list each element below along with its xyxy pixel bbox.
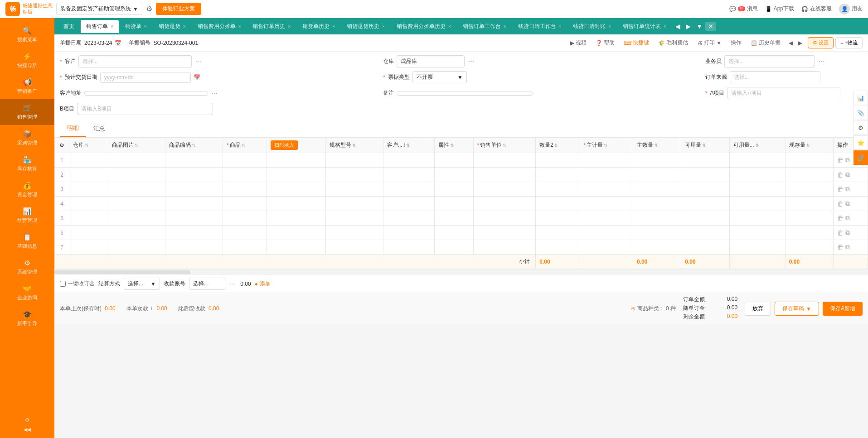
next-record-btn[interactable]: ▶ xyxy=(796,39,804,47)
cell-attributes[interactable] xyxy=(434,153,473,168)
b-project-input[interactable]: 请输入B项目 xyxy=(77,103,213,115)
delete-row-btn[interactable]: 🗑 xyxy=(837,186,844,193)
payment-method-select[interactable]: 选择... ▼ xyxy=(124,278,160,290)
tab-sales-stats[interactable]: 销售订单统计表 × xyxy=(617,20,672,33)
discard-btn[interactable]: 放弃 xyxy=(745,302,771,316)
tab-close-icon[interactable]: × xyxy=(382,24,385,29)
tab-close-icon[interactable]: × xyxy=(448,24,451,29)
delivery-input[interactable]: yyyy-mm-dd xyxy=(100,72,191,83)
rfp-settings-btn[interactable]: ⚙ xyxy=(853,120,868,135)
tab-close-icon[interactable]: × xyxy=(332,24,335,29)
date-value[interactable]: 2023-03-24 xyxy=(84,40,112,46)
delivery-cal-icon[interactable]: 📅 xyxy=(194,74,200,81)
system-selector[interactable]: 装备及固定资产辅助管理系统 ▼ xyxy=(56,3,142,15)
ticket-type-select[interactable]: 不开票 ▼ xyxy=(412,71,467,83)
tab-sales-order[interactable]: 销售订单 × xyxy=(81,20,119,33)
shortcut-btn[interactable]: ⌨ 快捷键 xyxy=(621,38,652,48)
tab-close-icon[interactable]: × xyxy=(144,24,147,29)
sort-icon[interactable]: ⇅ xyxy=(755,143,759,148)
collapse-sidebar-btn[interactable]: ◀◀ xyxy=(22,425,33,434)
tab-invoice-history[interactable]: 销货单历史 × xyxy=(297,20,340,33)
cell-qty2[interactable] xyxy=(536,153,580,168)
sidebar-item-finance[interactable]: 💰 资金管理 xyxy=(0,177,54,202)
salesman-more-btn[interactable]: ··· xyxy=(818,58,825,66)
tab-close-icon[interactable]: × xyxy=(664,24,666,29)
tab-menu-btn[interactable]: ▼ xyxy=(693,23,705,30)
tab-sales-return[interactable]: 销货退货 × xyxy=(153,20,191,33)
sort-icon[interactable]: ⇅ xyxy=(654,143,658,148)
settings-corner-btn[interactable]: ⚙ 设置 xyxy=(808,37,834,48)
tab-sales-fee[interactable]: 销售费用分摊单 × xyxy=(192,20,247,33)
cell-main-qty[interactable] xyxy=(633,153,681,168)
profit-btn[interactable]: 🌾 毛利预估 xyxy=(655,38,691,48)
online-service-btn[interactable]: 🎧 在线客服 xyxy=(801,5,832,13)
tab-sales-order-history[interactable]: 销售订单历史 × xyxy=(247,20,296,33)
sidebar-item-inventory[interactable]: 🏪 库存核算 xyxy=(0,151,54,177)
address-more-btn[interactable]: ··· xyxy=(211,89,218,97)
goods-stat-icon[interactable]: ⊙ xyxy=(631,305,635,312)
print-btn[interactable]: 🖨 打印 ▼ xyxy=(694,38,724,48)
sort-icon[interactable]: ⇅ xyxy=(450,143,454,148)
sort-icon[interactable]: ⇅ xyxy=(85,143,88,148)
table-scrollbar[interactable] xyxy=(54,269,868,274)
customer-address-input[interactable] xyxy=(84,91,208,96)
warehouse-input[interactable]: 成品库 xyxy=(397,55,465,67)
draft-dropdown-icon[interactable]: ▼ xyxy=(806,306,811,312)
sort-icon[interactable]: ⇅ xyxy=(806,143,810,148)
col-settings[interactable]: ⚙ xyxy=(55,138,69,153)
tab-daily-clear-workbench[interactable]: 钱货日清工作台 × xyxy=(513,20,567,33)
tab-detail[interactable]: 明细 xyxy=(60,120,86,137)
tab-close-all-btn[interactable]: ✕ xyxy=(705,22,716,31)
sidebar-item-cooperation[interactable]: 🤝 企业协同 xyxy=(0,280,54,306)
industry-btn[interactable]: 体验行业方案 xyxy=(156,3,201,15)
receipt-more-btn[interactable]: ··· xyxy=(229,280,237,288)
sort-icon[interactable]: ⇅ xyxy=(554,143,558,148)
tab-home[interactable]: 首页 xyxy=(58,20,80,33)
sort-icon[interactable]: ⇅ xyxy=(242,143,245,148)
delete-row-btn[interactable]: 🗑 xyxy=(837,244,844,251)
tab-close-icon[interactable]: × xyxy=(559,24,562,29)
cell-available2[interactable] xyxy=(729,153,785,168)
logistics-btn[interactable]: + +物流 xyxy=(835,37,863,48)
tab-close-icon[interactable]: × xyxy=(238,24,241,29)
operations-btn[interactable]: 操作 xyxy=(728,38,744,48)
cell-product[interactable] xyxy=(223,153,267,168)
tab-next-btn[interactable]: ▶ xyxy=(683,23,693,30)
scrollbar-thumb[interactable] xyxy=(54,270,190,274)
save-new-btn[interactable]: 保存&新增 xyxy=(823,302,863,316)
copy-row-btn[interactable]: ⧉ xyxy=(845,229,850,236)
copy-row-btn[interactable]: ⧉ xyxy=(845,243,850,251)
sort-icon[interactable]: ⇅ xyxy=(503,143,506,148)
scan-btn[interactable]: 扫码录入 xyxy=(271,140,298,150)
sidebar-item-marketing[interactable]: 📢 营销推广 xyxy=(0,73,54,99)
salesman-input[interactable]: 选择... xyxy=(724,55,815,67)
tab-daily-reconcile[interactable]: 钱货日清对账 × xyxy=(567,20,616,33)
tab-close-icon[interactable]: × xyxy=(183,24,186,29)
tab-prev-btn[interactable]: ◀ xyxy=(673,23,683,30)
tab-close-icon[interactable]: × xyxy=(504,24,506,29)
rfp-star-btn[interactable]: ⭐ xyxy=(853,135,868,150)
view-video-btn[interactable]: ▶ 视频 xyxy=(567,38,589,48)
sidebar-item-search[interactable]: 🔍 搜索菜单 xyxy=(0,22,54,48)
delete-row-btn[interactable]: 🗑 xyxy=(837,200,844,207)
copy-row-btn[interactable]: ⧉ xyxy=(845,214,850,222)
tab-sales-invoice[interactable]: 销货单 × xyxy=(120,20,152,33)
one-key-checkbox-input[interactable] xyxy=(60,281,66,287)
copy-row-btn[interactable]: ⧉ xyxy=(845,171,850,178)
app-download-btn[interactable]: 📱 App下载 xyxy=(765,5,794,13)
prev-record-btn[interactable]: ◀ xyxy=(787,39,795,47)
sidebar-item-quicknav[interactable]: ⚡ 快捷导航 xyxy=(0,48,54,73)
cell-main-unit[interactable] xyxy=(580,153,633,168)
warehouse-more-btn[interactable]: ··· xyxy=(467,58,475,66)
cell-sales-unit[interactable] xyxy=(473,153,536,168)
settings-bottom[interactable]: ⚙ xyxy=(23,415,31,425)
sidebar-item-system[interactable]: ⚙ 系统管理 xyxy=(0,254,54,280)
sort-icon[interactable]: ⇅ xyxy=(352,143,356,148)
sidebar-item-guide[interactable]: 🎓 新手引导 xyxy=(0,306,54,332)
cell-scan[interactable] xyxy=(267,153,326,168)
tab-order-workbench[interactable]: 销售订单工作台 × xyxy=(457,20,512,33)
receipt-account-select[interactable]: 选择... xyxy=(189,278,225,290)
history-btn[interactable]: 📋 历史单据 xyxy=(748,38,783,48)
cell-available[interactable] xyxy=(681,153,729,168)
delete-row-btn[interactable]: 🗑 xyxy=(837,229,844,236)
